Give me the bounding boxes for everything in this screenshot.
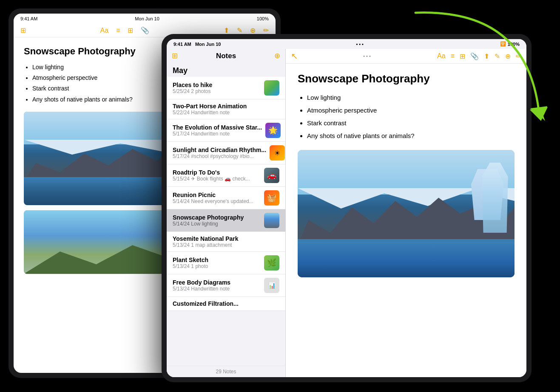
back-time: 9:41 AM [20, 16, 37, 21]
notes-header: ⊞ Notes ⊕ [167, 49, 285, 63]
ipad-front-screen: 9:41 AM Mon Jun 10 ••• 🛜 100% ⊞ Notes ⊕ … [167, 39, 526, 377]
note-thumb-star: 🌟 [265, 123, 281, 138]
note-item-filtration[interactable]: Customized Filtration... [167, 297, 285, 311]
share-icon[interactable]: ⬆ [224, 26, 229, 34]
notes-section-may: May [167, 63, 285, 77]
notes-footer: 29 Notes [167, 366, 285, 377]
detail-toolbar-left: ↖ [291, 51, 298, 61]
note-item-sunlight[interactable]: Sunlight and Circadian Rhythm... 5/17/24… [167, 142, 285, 164]
compose-icon[interactable]: ✏ [263, 26, 269, 34]
list-format-icon[interactable]: ≡ [116, 27, 120, 34]
front-status-bar: 9:41 AM Mon Jun 10 ••• 🛜 100% [167, 39, 526, 49]
front-battery-area: 🛜 100% [500, 41, 520, 47]
detail-note-title: Snowscape Photography [298, 72, 515, 85]
back-status-bar: 9:41 AM Mon Jun 10 100% [14, 14, 276, 24]
notes-list[interactable]: Places to hike 5/25/24 2 photos Two-Part… [167, 77, 285, 366]
note-thumb-plant: 🌿 [264, 255, 279, 271]
detail-compose-icon[interactable]: ✏ [516, 52, 521, 60]
detail-table-icon[interactable]: ⊞ [460, 52, 465, 60]
more-icon[interactable]: ⊕ [250, 26, 256, 34]
detail-more-icon[interactable]: ⊕ [505, 52, 511, 60]
notes-list-panel: ⊞ Notes ⊕ May Places to hike 5/25/24 2 p… [167, 49, 286, 377]
sidebar-toggle-icon[interactable]: ⊞ [20, 26, 26, 34]
detail-aa-icon[interactable]: Aa [437, 52, 446, 60]
detail-bullet-3: Stark contrast [307, 117, 515, 130]
note-thumb-sun: ☀ [270, 145, 285, 161]
note-thumb-road: 🚗 [264, 168, 279, 183]
detail-bullet-4: Any shots of native plants or animals? [307, 130, 515, 142]
note-item-body-diagrams[interactable]: Free Body Diagrams 5/13/24 Handwritten n… [167, 274, 285, 297]
note-thumb-hike [264, 80, 279, 96]
front-main-area: ⊞ Notes ⊕ May Places to hike 5/25/24 2 p… [167, 49, 526, 377]
front-dots: ••• [356, 42, 365, 47]
detail-list-icon[interactable]: ≡ [451, 52, 455, 60]
note-thumb-body: 📊 [264, 278, 279, 293]
detail-bullet-2: Atmospheric perspective [307, 104, 515, 117]
notes-more-icon[interactable]: ⊕ [274, 51, 280, 60]
detail-toolbar-right: Aa ≡ ⊞ 📎 ⬆ ✎ ⊕ ✏ [437, 52, 521, 60]
note-item-places-hike[interactable]: Places to hike 5/25/24 2 photos [167, 77, 285, 99]
detail-bullet-1: Low lighting [307, 91, 515, 104]
back-arrow-icon[interactable]: ↖ [291, 51, 298, 61]
format-aa-icon[interactable]: Aa [100, 27, 109, 34]
note-item-yosemite[interactable]: Yosemite National Park 5/13/24 1 map att… [167, 232, 285, 252]
note-item-picnic[interactable]: Reunion Picnic 5/14/24 Need everyone's u… [167, 187, 285, 209]
detail-note-bullets: Low lighting Atmospheric perspective Sta… [298, 91, 515, 142]
detail-attach-icon[interactable]: 📎 [470, 52, 479, 60]
detail-snowscape-image [298, 150, 515, 277]
svg-marker-0 [530, 106, 547, 119]
notes-sidebar-icon[interactable]: ⊞ [172, 51, 178, 60]
detail-toolbar: ↖ ••• Aa ≡ ⊞ 📎 ⬆ ✎ ⊕ ✏ [286, 49, 526, 64]
note-detail-panel: ↖ ••• Aa ≡ ⊞ 📎 ⬆ ✎ ⊕ ✏ [286, 49, 526, 377]
detail-toolbar-center: ••• [363, 54, 372, 59]
detail-share-icon[interactable]: ⬆ [484, 52, 489, 60]
note-thumb-picnic: 🧺 [264, 190, 279, 206]
note-item-star[interactable]: The Evolution of Massive Star... 5/17/24… [167, 119, 285, 142]
back-date: Mon Jun 10 [135, 16, 159, 21]
ipad-front: 9:41 AM Mon Jun 10 ••• 🛜 100% ⊞ Notes ⊕ … [162, 34, 532, 382]
detail-markup-icon[interactable]: ✎ [495, 52, 500, 60]
table-icon[interactable]: ⊞ [128, 26, 133, 34]
note-item-horse[interactable]: Two-Part Horse Animation 5/22/24 Handwri… [167, 99, 285, 119]
note-thumb-snow [264, 213, 279, 228]
front-wifi-icon: 🛜 [500, 41, 506, 47]
front-time: 9:41 AM Mon Jun 10 [173, 42, 221, 47]
note-item-roadtrip[interactable]: Roadtrip To Do's 5/15/24 ✈ Book flights … [167, 164, 285, 187]
note-item-plant[interactable]: Plant Sketch 5/13/24 1 photo 🌿 [167, 252, 285, 274]
detail-content: Snowscape Photography Low lighting Atmos… [286, 64, 526, 377]
markup-icon[interactable]: ✎ [237, 26, 242, 34]
attach-icon[interactable]: 📎 [141, 26, 149, 34]
notes-panel-title: Notes [178, 52, 274, 60]
back-battery: 100% [257, 16, 269, 21]
note-item-snowscape[interactable]: Snowscape Photography 5/14/24 Low lighti… [167, 209, 285, 232]
